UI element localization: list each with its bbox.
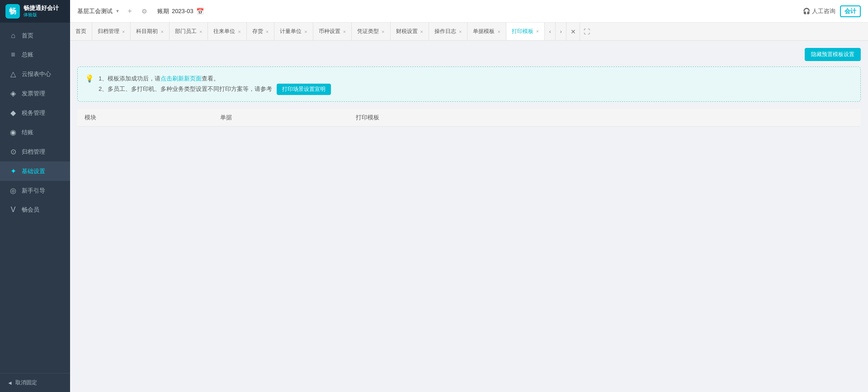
tab-scroll-right[interactable]: ›: [556, 23, 566, 40]
company-selector[interactable]: 基层工会测试 ▼: [77, 7, 120, 15]
nav-icon-closing: ◉: [9, 128, 17, 137]
cancel-pin-button[interactable]: ◄ 取消固定: [0, 373, 70, 392]
tab-label-dept-staff: 部门员工: [175, 28, 197, 35]
tab-dept-staff[interactable]: 部门员工×: [170, 23, 208, 40]
info-box: 💡 1、模板添加成功后，请点击刷新新页面查看。 2、多员工、多打印机、多种业务类…: [77, 66, 861, 102]
sidebar-item-archive[interactable]: ⊙ 归档管理: [0, 142, 70, 161]
tab-partners[interactable]: 往来单位×: [208, 23, 246, 40]
role-badge[interactable]: 会计: [840, 5, 861, 17]
tabbar: 首页归档管理×科目期初×部门员工×往来单位×存货×计量单位×币种设置×凭证类型×…: [70, 23, 868, 41]
content-area: 隐藏预置模板设置 💡 1、模板添加成功后，请点击刷新新页面查看。 2、多员工、多…: [70, 41, 868, 392]
nav-label-home: 首页: [22, 32, 33, 40]
tab-label-print-template: 打印模板: [512, 28, 533, 35]
hide-template-button[interactable]: 隐藏预置模板设置: [805, 48, 861, 61]
settings-icon[interactable]: ⚙: [140, 8, 149, 15]
tab-currency[interactable]: 币种设置×: [313, 23, 352, 40]
sidebar-item-invoice[interactable]: ◈ 发票管理: [0, 84, 70, 103]
tab-archive-mgmt[interactable]: 归档管理×: [92, 23, 131, 40]
tab-label-currency: 币种设置: [319, 28, 340, 35]
action-bar: 隐藏预置模板设置: [77, 48, 861, 61]
table-header: 模块 单据 打印模板: [77, 109, 861, 127]
nav-label-archive: 归档管理: [22, 148, 45, 156]
sidebar-item-ledger[interactable]: ≡ 总账: [0, 45, 70, 64]
period-value: 2023-03: [172, 8, 193, 14]
tab-close-tax-settings[interactable]: ×: [420, 29, 423, 34]
tab-label-home: 首页: [75, 28, 86, 35]
nav-icon-archive: ⊙: [9, 147, 17, 156]
main-area: 基层工会测试 ▼ ＋ ⚙ 账期 2023-03 📅 🎧 人工咨询 会计 首页归档…: [70, 0, 868, 392]
nav-icon-invoice: ◈: [9, 89, 17, 98]
sidebar-item-member[interactable]: V 畅会员: [0, 200, 70, 219]
topbar: 基层工会测试 ▼ ＋ ⚙ 账期 2023-03 📅 🎧 人工咨询 会计: [70, 0, 868, 23]
refresh-link[interactable]: 点击刷新新页面: [160, 75, 202, 82]
nav-icon-reports: △: [9, 70, 17, 78]
tab-scroll-left[interactable]: ‹: [545, 23, 556, 40]
tab-op-log[interactable]: 操作日志×: [429, 23, 467, 40]
tab-label-voucher-type: 凭证类型: [357, 28, 379, 35]
help-label: 人工咨询: [812, 7, 835, 15]
nav-label-closing: 结账: [22, 128, 33, 137]
tab-tax-settings[interactable]: 财税设置×: [391, 23, 429, 40]
tab-label-inventory: 存货: [252, 28, 263, 35]
tab-print-template[interactable]: 打印模板×: [506, 23, 545, 41]
tab-close-dept-staff[interactable]: ×: [199, 29, 202, 34]
tab-close-voucher-type[interactable]: ×: [382, 29, 384, 34]
tab-label-partners: 往来单位: [213, 28, 235, 35]
tab-close-archive-mgmt[interactable]: ×: [122, 29, 125, 34]
sidebar-item-reports[interactable]: △ 云报表中心: [0, 64, 70, 84]
sidebar-item-home[interactable]: ⌂ 首页: [0, 26, 70, 45]
tab-expand-button[interactable]: ⛶: [580, 23, 594, 40]
tab-label-subject-init: 科目期初: [136, 28, 158, 35]
nav-icon-home: ⌂: [9, 32, 17, 40]
th-doc: 单据: [213, 109, 349, 126]
logo-icon: 畅: [5, 4, 20, 19]
sidebar-logo: 畅 畅捷通好会计 体验版: [0, 0, 70, 23]
calendar-icon: 📅: [196, 8, 204, 15]
info-text-block: 1、模板添加成功后，请点击刷新新页面查看。 2、多员工、多打印机、多种业务类型设…: [99, 73, 331, 95]
tab-label-single-receipt: 单据模板: [473, 28, 495, 35]
tab-close-currency[interactable]: ×: [343, 29, 346, 34]
tab-close-subject-init[interactable]: ×: [160, 29, 163, 34]
period-label: 账期: [157, 7, 169, 15]
logo-text-block: 畅捷通好会计 体验版: [24, 5, 59, 19]
tab-close-unit[interactable]: ×: [304, 29, 307, 34]
nav-label-tax: 税务管理: [22, 109, 45, 117]
tab-close-partners[interactable]: ×: [238, 29, 241, 34]
tab-close-inventory[interactable]: ×: [266, 29, 269, 34]
tab-voucher-type[interactable]: 凭证类型×: [352, 23, 390, 40]
tab-single-receipt[interactable]: 单据模板×: [467, 23, 506, 40]
logo-subtitle: 体验版: [24, 12, 59, 18]
tab-home[interactable]: 首页: [70, 23, 92, 40]
tab-close-all-button[interactable]: ✕: [566, 23, 580, 40]
tab-close-print-template[interactable]: ×: [536, 28, 539, 34]
sidebar-nav: ⌂ 首页 ≡ 总账 △ 云报表中心 ◈ 发票管理 ◆ 税务管理 ◉ 结账 ⊙ 归…: [0, 23, 70, 373]
sidebar: 畅 畅捷通好会计 体验版 ⌂ 首页 ≡ 总账 △ 云报表中心 ◈ 发票管理 ◆ …: [0, 0, 70, 392]
nav-label-guide: 新手引导: [22, 187, 45, 195]
nav-label-reports: 云报表中心: [22, 70, 51, 78]
period-selector[interactable]: 账期 2023-03 📅: [157, 7, 204, 15]
sidebar-item-settings[interactable]: ✦ 基础设置: [0, 161, 70, 181]
help-button[interactable]: 🎧 人工咨询: [803, 7, 835, 15]
nav-icon-guide: ◎: [9, 186, 17, 195]
template-table: 模块 单据 打印模板: [77, 109, 861, 127]
company-dropdown-icon: ▼: [115, 9, 120, 14]
add-tab-button[interactable]: ＋: [124, 6, 135, 16]
nav-icon-tax: ◆: [9, 109, 17, 117]
sidebar-item-tax[interactable]: ◆ 税务管理: [0, 103, 70, 123]
th-template: 打印模板: [349, 109, 861, 126]
info-line-2: 2、多员工、多打印机、多种业务类型设置不同打印方案等，请参考 打印场景设置宣明: [99, 84, 331, 95]
lightbulb-icon: 💡: [85, 74, 94, 83]
print-scene-button[interactable]: 打印场景设置宣明: [277, 84, 331, 95]
tab-label-op-log: 操作日志: [434, 28, 456, 35]
info-line-1: 1、模板添加成功后，请点击刷新新页面查看。: [99, 73, 331, 84]
tab-close-op-log[interactable]: ×: [459, 29, 462, 34]
sidebar-item-closing[interactable]: ◉ 结账: [0, 123, 70, 142]
cancel-pin-label: 取消固定: [15, 379, 37, 387]
sidebar-item-guide[interactable]: ◎ 新手引导: [0, 181, 70, 200]
tab-unit[interactable]: 计量单位×: [274, 23, 313, 40]
tab-close-single-receipt[interactable]: ×: [497, 29, 500, 34]
nav-icon-ledger: ≡: [9, 51, 17, 59]
th-module: 模块: [77, 109, 213, 126]
tab-subject-init[interactable]: 科目期初×: [131, 23, 169, 40]
tab-inventory[interactable]: 存货×: [247, 23, 274, 40]
